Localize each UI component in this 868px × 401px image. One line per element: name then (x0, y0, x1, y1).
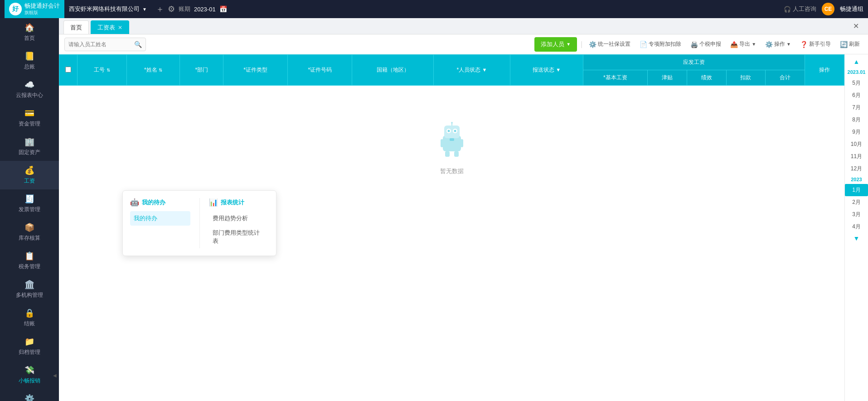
guide-button[interactable]: ❓ 新手引导 (797, 40, 834, 48)
operation-button[interactable]: ⚙️ 操作 ▼ (762, 40, 794, 48)
period-label: 账期 (179, 5, 190, 13)
export-icon: 📤 (730, 41, 738, 48)
th-dept: *部门 (180, 55, 223, 86)
month-item-10[interactable]: 10月 (845, 138, 868, 150)
th-checkbox (59, 55, 78, 86)
data-table: 工号 ⇅ *姓名 ⇅ *部门 *证件类型 *证件号码 国籍（地区） *人员状态 … (59, 54, 844, 86)
month-item-4[interactable]: 4月 (845, 221, 868, 233)
todo-title-text: 我的待办 (142, 198, 165, 207)
logo-sub: 旗舰版 (24, 10, 60, 16)
popup-row: 🤖 我的待办 我的待办 📊 报表统计 费用趋势分析 部门费用类型统计表 (130, 198, 269, 248)
add-header-button[interactable]: ＋ (156, 4, 164, 14)
sort-number-icon[interactable]: ⇅ (107, 68, 110, 72)
month-nav-up[interactable]: ▲ (853, 56, 860, 67)
tab-salary[interactable]: 工资表 ✕ (91, 20, 129, 34)
svg-rect-8 (461, 139, 463, 147)
empty-text: 暂无数据 (440, 167, 464, 175)
month-item-7[interactable]: 7月 (845, 101, 868, 114)
chevron-down-icon: ▼ (142, 7, 147, 12)
settings-header-button[interactable]: ⚙ (168, 4, 175, 14)
search-icon[interactable]: 🔍 (134, 41, 142, 48)
svg-rect-1 (444, 126, 460, 138)
guide-label: 新手引导 (809, 40, 831, 48)
search-input[interactable] (68, 41, 134, 48)
month-item-2[interactable]: 2月 (845, 196, 868, 208)
popup-divider (199, 198, 200, 248)
export-button[interactable]: 📤 导出 ▼ (727, 40, 759, 48)
month-item-11[interactable]: 11月 (845, 150, 868, 163)
tax-declare-label: 个税申报 (699, 40, 721, 48)
month-item-9[interactable]: 9月 (845, 126, 868, 138)
th-operation: 操作 (805, 55, 844, 86)
sidebar-item-multi[interactable]: 🏛️ 多机构管理 (0, 275, 59, 304)
month-panel: ▲ 2023.01 5月 6月 7月 8月 9月 10月 11月 12月 202… (844, 54, 868, 401)
export-arrow-icon: ▼ (752, 42, 756, 47)
popup-item-dept-stat[interactable]: 部门费用类型统计表 (209, 226, 269, 248)
month-item-5[interactable]: 5月 (845, 77, 868, 89)
month-item-1[interactable]: 1月 (845, 184, 868, 196)
logo-icon: 好 (9, 3, 22, 15)
sidebar: 🏠 首页 📒 总账 ☁️ 云报表中心 💳 资金管理 🏢 固定资产 💰 工资 🧾 … (0, 18, 59, 401)
sidebar-item-assets[interactable]: 🏢 固定资产 (0, 132, 59, 161)
refresh-button[interactable]: 🔄 刷新 (837, 40, 863, 48)
sidebar-item-archive[interactable]: 📁 归档管理 (0, 332, 59, 361)
tab-close-icon[interactable]: ✕ (118, 24, 122, 31)
popup-item-todo[interactable]: 我的待办 (130, 211, 190, 226)
deduction-icon: 📄 (640, 41, 647, 48)
logo-area: 好 畅捷通好会计 旗舰版 (5, 0, 64, 18)
popup-col-todo: 🤖 我的待办 我的待办 (130, 198, 190, 248)
calendar-icon[interactable]: 📅 (219, 5, 227, 13)
user-name: 畅捷通组 (840, 5, 863, 13)
sidebar-label-xiaochang: 小畅报销 (19, 377, 40, 385)
select-all-checkbox[interactable] (65, 67, 71, 72)
add-person-button[interactable]: 添加人员 ▼ (534, 37, 577, 52)
sidebar-item-tax[interactable]: 📋 税务管理 (0, 246, 59, 275)
ledger-icon: 📒 (24, 51, 34, 61)
month-item-6[interactable]: 6月 (845, 89, 868, 101)
tab-close-button[interactable]: ✕ (853, 22, 859, 30)
filter-send-icon[interactable]: ▼ (556, 67, 561, 72)
social-security-button[interactable]: ⚙️ 统一社保设置 (586, 40, 633, 48)
avatar: CE (822, 3, 834, 15)
svg-rect-7 (441, 139, 443, 147)
sidebar-label-invoice: 发票管理 (19, 206, 40, 213)
sidebar-label-multi: 多机构管理 (16, 291, 43, 299)
sidebar-item-closing[interactable]: 🔒 结账 (0, 304, 59, 332)
tax-declare-button[interactable]: 🖨️ 个税申报 (688, 40, 724, 48)
company-selector[interactable]: 西安虾米网络科技有限公司 ▼ (69, 5, 147, 13)
sidebar-item-ledger[interactable]: 📒 总账 (0, 47, 59, 75)
operation-arrow-icon: ▼ (786, 42, 791, 47)
sidebar-item-cloud[interactable]: ☁️ 云报表中心 (0, 75, 59, 104)
month-item-8[interactable]: 8月 (845, 114, 868, 126)
month-item-3[interactable]: 3月 (845, 208, 868, 221)
period-value[interactable]: 2023-01 (194, 6, 216, 13)
sidebar-label-closing: 结账 (24, 320, 35, 328)
service-button[interactable]: 🎧 人工咨询 (784, 5, 816, 13)
assets-icon: 🏢 (24, 137, 34, 147)
export-label: 导出 (739, 40, 750, 48)
sidebar-item-invoice[interactable]: 🧾 发票管理 (0, 189, 59, 218)
deduction-button[interactable]: 📄 专项附加扣除 (637, 40, 684, 48)
sidebar-item-basic[interactable]: ⚙️ 基础设置 (0, 389, 59, 401)
top-header: 好 畅捷通好会计 旗舰版 西安虾米网络科技有限公司 ▼ ＋ ⚙ 账期 2023-… (0, 0, 868, 18)
sort-name-icon[interactable]: ⇅ (159, 68, 162, 72)
filter-status-icon[interactable]: ▼ (482, 67, 487, 72)
svg-rect-6 (450, 138, 454, 141)
th-basic-salary: *基本工资 (583, 70, 647, 86)
sidebar-item-salary[interactable]: 💰 工资 (0, 161, 59, 189)
svg-rect-9 (445, 151, 450, 157)
month-nav-down[interactable]: ▼ (853, 233, 860, 244)
tab-home[interactable]: 首页 (63, 20, 89, 34)
sidebar-item-home[interactable]: 🏠 首页 (0, 18, 59, 47)
guide-icon-btn: ❓ (800, 41, 808, 48)
month-item-12[interactable]: 12月 (845, 163, 868, 175)
sidebar-item-xiaochang[interactable]: 💸 小畅报销 ◀ (0, 361, 59, 389)
tab-home-label: 首页 (70, 24, 82, 32)
svg-point-4 (447, 130, 450, 132)
popup-item-trend[interactable]: 费用趋势分析 (209, 211, 269, 226)
social-icon: ⚙️ (589, 41, 596, 48)
sidebar-item-inventory[interactable]: 📦 库存核算 (0, 218, 59, 246)
sidebar-label-inventory: 库存核算 (19, 234, 40, 242)
sidebar-item-funds[interactable]: 💳 资金管理 (0, 104, 59, 132)
report-section-icon: 📊 (209, 198, 218, 207)
